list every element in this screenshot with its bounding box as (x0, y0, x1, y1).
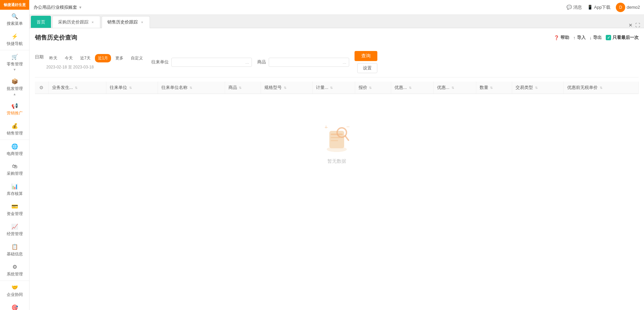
sidebar-item-label: 采购管理 (7, 171, 23, 176)
empty-illustration (320, 121, 354, 154)
settings-button[interactable]: 设置 (357, 63, 377, 73)
topbar: 办公用品行业模拟账套 ▼ 💬 消息 📱 App下载 D demo2 (30, 0, 644, 15)
th-partner-name-label: 往来单位名称 (161, 85, 187, 90)
sort-icon: ⇅ (190, 86, 192, 90)
user-menu[interactable]: D demo2 (616, 3, 640, 12)
th-spec-label: 规格型号 (264, 85, 282, 90)
table-head: ⚙ 业务发生... ⇅ 往来单位 ⇅ 往来单位名称 ⇅ (35, 82, 639, 94)
window-buttons: ✕ ⛶ (625, 22, 644, 28)
logo-text: 畅捷通好生意 (4, 3, 26, 7)
tab-home[interactable]: 首页 (31, 16, 51, 28)
sidebar-item-label: 销售管理 (7, 131, 23, 136)
help-action[interactable]: ❓ 帮助 (554, 35, 569, 41)
tab-purchase-close[interactable]: × (91, 20, 95, 24)
date-btn-last1m[interactable]: 近1月 (95, 54, 111, 62)
th-partner-code[interactable]: 往来单位 ⇅ (106, 82, 158, 94)
goods-label: 商品 (257, 59, 266, 65)
sidebar-item-guide[interactable]: 🎯 新手引导 (0, 301, 29, 310)
sidebar-item-label: 库存核算 (7, 191, 23, 197)
only-last-label: 只看最后一次 (612, 35, 639, 41)
maximize-window-icon[interactable]: ⛶ (635, 22, 640, 28)
tab-sales-close[interactable]: × (140, 20, 144, 24)
th-unit[interactable]: 计量... ⇅ (313, 82, 355, 94)
export-label: 导出 (593, 35, 602, 41)
message-action[interactable]: 💬 消息 (567, 4, 582, 10)
data-table: ⚙ 业务发生... ⇅ 往来单位 ⇅ 往来单位名称 ⇅ (35, 82, 639, 94)
sidebar-item-shortcut[interactable]: ⚡ 快捷导航 (0, 30, 29, 50)
table-settings-icon[interactable]: ⚙ (39, 85, 44, 90)
app-icon: 📱 (587, 5, 593, 10)
th-goods-label: 商品 (228, 85, 237, 90)
th-quantity-label: 数量 (480, 85, 488, 90)
checkbox-checked-icon[interactable]: ✓ (606, 35, 611, 40)
date-range-display: 2023-02-18 至 2023-03-18 (46, 64, 146, 70)
marketing-icon: 📢 (11, 103, 18, 109)
import-action[interactable]: ↑ 导入 (573, 35, 586, 41)
th-spec[interactable]: 规格型号 ⇅ (261, 82, 313, 94)
date-btn-last7[interactable]: 近7天 (77, 54, 94, 62)
th-pretax-price-label: 优惠前无税单价 (567, 85, 598, 90)
date-btn-yesterday[interactable]: 昨天 (46, 54, 60, 62)
th-discount2[interactable]: 优惠... ⇅ (434, 82, 476, 94)
sidebar-item-finance[interactable]: 💳 资金管理 (0, 200, 29, 220)
sidebar-section-mid: 🌐 电商管理 🛍 采购管理 📊 库存核算 💳 资金管理 📈 经营管理 📋 基础信… (0, 140, 29, 281)
export-icon: ↓ (590, 35, 592, 40)
sidebar-item-system[interactable]: ⚙ 系统管理 (0, 260, 29, 280)
sidebar-item-purchase[interactable]: 🛍 采购管理 (0, 160, 29, 180)
th-discount1[interactable]: 优惠... ⇅ (391, 82, 434, 94)
import-label: 导入 (577, 35, 586, 41)
tab-purchase-history[interactable]: 采购历史价跟踪 × (52, 16, 100, 28)
date-btn-today[interactable]: 今天 (62, 54, 76, 62)
message-label: 消息 (573, 4, 582, 10)
sidebar-item-search[interactable]: 🔍 搜索菜单 (0, 10, 29, 30)
query-button[interactable]: 查询 (355, 51, 377, 61)
empty-svg (320, 121, 354, 154)
purchase-icon: 🛍 (12, 163, 17, 169)
th-quote[interactable]: 报价 ⇅ (355, 82, 391, 94)
th-goods[interactable]: 商品 ⇅ (225, 82, 261, 94)
action-buttons: 查询 设置 (355, 51, 377, 73)
th-pretax-price[interactable]: 优惠前无税单价 ⇅ (564, 82, 639, 94)
date-btn-custom[interactable]: 自定义 (128, 54, 146, 62)
cooperation-icon: 🤝 (11, 284, 18, 291)
sidebar-item-marketing[interactable]: 📢 营销推广 (0, 99, 29, 119)
sidebar-item-wholesale[interactable]: 📦 批发管理 ▲ (0, 75, 29, 99)
sidebar-item-retail[interactable]: 🛒 零售管理 ▼ (0, 50, 29, 75)
sort-icon: ⇅ (451, 86, 454, 90)
topbar-title-dropdown[interactable]: 办公用品行业模拟账套 ▼ (34, 4, 82, 10)
sidebar-item-label: 零售管理 (7, 61, 23, 67)
partner-input[interactable]: ... (171, 58, 252, 67)
th-biz-date[interactable]: 业务发生... ⇅ (48, 82, 106, 94)
th-quantity[interactable]: 数量 ⇅ (476, 82, 512, 94)
guide-icon: 🎯 (11, 304, 18, 310)
th-discount2-label: 优惠... (437, 85, 449, 90)
th-trade-type[interactable]: 交易类型 ⇅ (512, 82, 564, 94)
filter-row: 日期 昨天 今天 近7天 近1月 更多 自定义 2023-02-18 至 202… (35, 51, 639, 73)
date-btn-more[interactable]: 更多 (112, 54, 126, 62)
sidebar-item-inventory[interactable]: 📊 库存核算 (0, 180, 29, 200)
topbar-title-text: 办公用品行业模拟账套 (34, 4, 77, 10)
goods-dots: ... (343, 60, 346, 65)
export-action[interactable]: ↓ 导出 (590, 35, 602, 41)
th-partner-name[interactable]: 往来单位名称 ⇅ (158, 82, 225, 94)
sidebar-item-ecommerce[interactable]: 🌐 电商管理 (0, 140, 29, 160)
goods-filter-group: 商品 ... (257, 58, 349, 67)
sidebar-item-basic[interactable]: 📋 基础信息 (0, 240, 29, 260)
close-window-icon[interactable]: ✕ (629, 22, 633, 28)
sidebar-item-sales[interactable]: 💰 销售管理 (0, 119, 29, 140)
sort-icon: ⇅ (409, 86, 412, 90)
data-table-wrap: ⚙ 业务发生... ⇅ 往来单位 ⇅ 往来单位名称 ⇅ (35, 82, 639, 191)
sidebar-item-cooperation[interactable]: 🤝 企业协同 (0, 281, 29, 301)
username-label: demo2 (627, 5, 640, 10)
app-download-action[interactable]: 📱 App下载 (587, 4, 610, 10)
sidebar-item-operations[interactable]: 📈 经营管理 (0, 220, 29, 240)
sidebar-item-label: 电商管理 (7, 151, 23, 157)
goods-input[interactable]: ... (269, 58, 349, 67)
app-label: App下载 (594, 4, 610, 10)
svg-rect-3 (331, 137, 340, 138)
tab-sales-history[interactable]: 销售历史价跟踪 × (102, 16, 150, 28)
only-last-toggle[interactable]: ✓ 只看最后一次 (606, 35, 639, 41)
sort-icon: ⇅ (600, 86, 602, 90)
main-area: 办公用品行业模拟账套 ▼ 💬 消息 📱 App下载 D demo2 首页 (30, 0, 644, 310)
svg-rect-4 (331, 140, 338, 141)
